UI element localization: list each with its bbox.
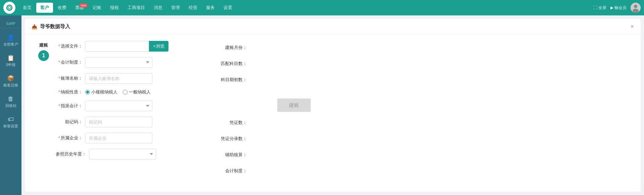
user-avatar[interactable] — [631, 3, 641, 13]
nav-item-invoice[interactable]: 票据 new — [71, 3, 88, 13]
nav-item-service[interactable]: 服务 — [202, 3, 219, 13]
account-name-input[interactable] — [85, 73, 152, 84]
declaration-icon: 📋 — [7, 55, 14, 61]
tax-type-row: *纳税性质： 小规模纳税人 一般纳税人 — [56, 89, 203, 95]
required-star-1: * — [58, 44, 60, 49]
sidebar-label-zero-declaration: 0申报 — [6, 62, 15, 67]
right-label-auxiliary: 辅助核算： — [217, 152, 247, 158]
required-star-6: * — [58, 135, 60, 140]
account-name-row: *账簿名称： — [56, 73, 203, 84]
card-title: 导爷数据导入 — [40, 23, 70, 30]
radio-small-scale-text: 小规模纳税人 — [91, 89, 117, 95]
company-row: *所属企业： — [56, 133, 203, 143]
right-label-subject-initial: 科目期初数： — [217, 77, 247, 83]
account-name-label: *账簿名称： — [56, 75, 83, 81]
right-row-accounting-system: 会计制度： — [217, 166, 311, 176]
radio-general-text: 一般纳税人 — [129, 89, 151, 95]
nav-item-settings[interactable]: 设置 — [219, 3, 236, 13]
right-row-auxiliary: 辅助核算： — [217, 149, 311, 160]
sidebar-item-zero-declaration[interactable]: 📋 0申报 — [0, 52, 21, 71]
step-indicator: 建账 1 — [38, 41, 49, 176]
tag-icon: 🏷 — [8, 116, 14, 122]
mnemonic-input[interactable] — [85, 117, 152, 127]
history-year-label: 参照历史年度： — [56, 151, 86, 157]
accounting-system-label: *会计制度： — [56, 59, 83, 65]
required-star-2: * — [58, 60, 60, 65]
right-panel: 建账月份： 匹配科目数： 科目期初数： 建账 — [217, 41, 311, 176]
sidebar-label-all-clients: 全部客户 — [3, 42, 18, 47]
sidebar-item-account-migration[interactable]: 📦 账套迁移 — [0, 72, 21, 91]
file-select-row: *选择文件： +浏览 — [56, 41, 203, 52]
nav-item-home[interactable]: 首页 — [19, 3, 36, 13]
right-label-accounting-system: 会计制度： — [217, 168, 247, 174]
accounting-system-select[interactable] — [85, 57, 152, 68]
migration-icon: 📦 — [7, 75, 14, 81]
file-input[interactable] — [85, 41, 149, 52]
radio-general-input[interactable] — [123, 90, 128, 94]
nav-item-operation[interactable]: 经营 — [185, 3, 201, 13]
fullscreen-icon: ⛶ — [593, 5, 597, 10]
jianzhang-button[interactable]: 建账 — [277, 99, 311, 112]
right-label-jianzhang-month: 建账月份： — [217, 45, 247, 51]
sidebar-label-tag-settings: 标签设置 — [3, 124, 18, 129]
required-star-5: * — [58, 103, 60, 108]
required-star-3: * — [58, 76, 60, 81]
company-input[interactable] — [85, 133, 152, 143]
play-icon: ▶ — [610, 5, 613, 10]
fullscreen-button[interactable]: ⛶ 全屏 — [593, 5, 606, 11]
import-icon: 📥 — [32, 24, 37, 29]
mnemonic-row: 助记码： — [56, 117, 203, 127]
file-select-label: *选择文件： — [56, 43, 83, 49]
required-star-4: * — [58, 89, 60, 94]
company-label: *所属企业： — [56, 135, 83, 141]
accountant-select[interactable] — [85, 101, 152, 111]
member-button[interactable]: ▶ 畅会员 — [610, 5, 627, 11]
history-year-select[interactable] — [89, 149, 156, 159]
tax-type-label: *纳税性质： — [56, 89, 83, 95]
left-section: 建账 1 *选择文件： +浏览 — [38, 41, 203, 176]
history-year-row: 参照历史年度： — [56, 149, 203, 159]
sidebar-item-all-clients[interactable]: 👤 全部客户 — [0, 31, 21, 50]
sidebar-label-recycle: 回收站 — [5, 103, 16, 108]
nav-item-client[interactable]: 客户 — [36, 3, 53, 13]
nav-item-message[interactable]: 消息 — [150, 3, 166, 13]
step-label: 建账 — [39, 42, 48, 48]
right-row-voucher-entries: 凭证分录数： — [217, 133, 311, 144]
right-row-subject-initial: 科目期初数： — [217, 74, 311, 85]
radio-general[interactable]: 一般纳税人 — [123, 89, 151, 95]
form-fields: *选择文件： +浏览 *会计制度： — [56, 41, 203, 176]
nav-item-manage[interactable]: 管理 — [167, 3, 184, 13]
step-circle: 1 — [38, 50, 49, 61]
svg-point-3 — [634, 5, 637, 8]
mnemonic-label: 助记码： — [56, 119, 83, 125]
right-row-jianzhang-month: 建账月份： — [217, 42, 311, 53]
sidebar-item-recycle[interactable]: 🗑 回收站 — [0, 92, 21, 112]
nav-item-business[interactable]: 工商项目 — [123, 3, 149, 13]
trash-icon: 🗑 — [8, 96, 14, 102]
card-header: 📥 导爷数据导入 × — [25, 19, 641, 34]
sidebar-label-account-migration: 账套迁移 — [3, 83, 18, 88]
main-content-area: 📥 导爷数据导入 × 建账 1 *选择文件： — [21, 15, 644, 195]
nav-right-area: ⛶ 全屏 ▶ 畅会员 — [593, 3, 641, 13]
radio-small-scale-input[interactable] — [85, 90, 90, 94]
radio-small-scale[interactable]: 小规模纳税人 — [85, 89, 117, 95]
user-icon: 👤 — [7, 35, 14, 41]
tax-type-radio-group: 小规模纳税人 一般纳税人 — [85, 89, 151, 95]
nav-item-fee[interactable]: 收费 — [54, 3, 70, 13]
main-layout: EaRP 👤 全部客户 📋 0申报 📦 账套迁移 🗑 回收站 🏷 标签设置 📥 — [0, 15, 644, 195]
main-card: 📥 导爷数据导入 × 建账 1 *选择文件： — [25, 19, 641, 192]
nav-item-bookkeeping[interactable]: 记账 — [89, 3, 105, 13]
accounting-system-row: *会计制度： — [56, 57, 203, 68]
app-logo[interactable] — [3, 2, 15, 14]
member-label: 畅会员 — [614, 5, 627, 11]
svg-point-1 — [8, 7, 10, 9]
new-badge: new — [80, 3, 87, 7]
form-area: 建账 1 *选择文件： +浏览 — [25, 34, 641, 183]
close-button[interactable]: × — [630, 23, 634, 29]
right-label-match-subjects: 匹配科目数： — [217, 61, 247, 67]
browse-button[interactable]: +浏览 — [149, 41, 168, 52]
sidebar-item-tag-settings[interactable]: 🏷 标签设置 — [0, 113, 21, 132]
right-row-voucher-count: 凭证数： — [217, 117, 311, 128]
right-row-match-subjects: 匹配科目数： — [217, 58, 311, 69]
nav-item-tax[interactable]: 报税 — [106, 3, 123, 13]
